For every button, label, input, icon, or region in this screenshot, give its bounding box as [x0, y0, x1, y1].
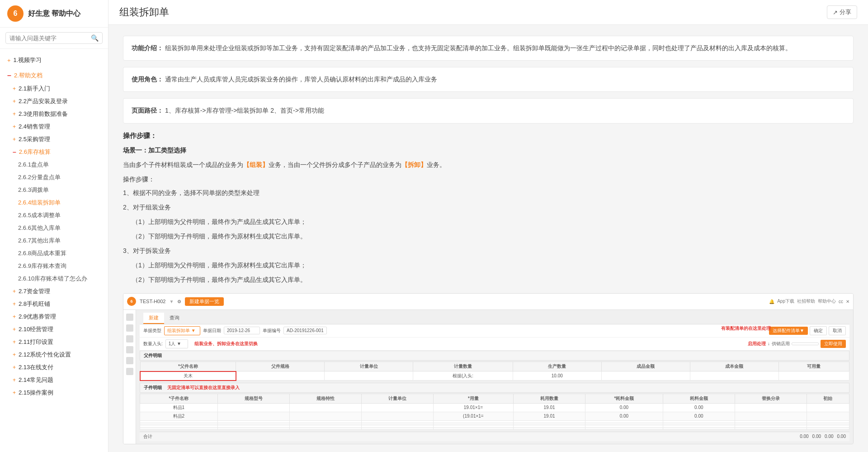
mock-icon-4	[126, 346, 133, 353]
scene1-title: 场景一：加工类型选择	[123, 147, 854, 155]
sidebar-item-video[interactable]: + 1.视频学习	[0, 53, 108, 67]
mock-app-bar: 6 TEST-H002 ▼ ⚙ 新建单据一览 🔔 App下载 社招帮助 帮助中心…	[123, 294, 853, 310]
func-intro-label: 功能介绍：	[132, 44, 163, 52]
sidebar-leaf-2-6-7[interactable]: 2.6.7其他出库单	[0, 234, 108, 247]
mock-th-cost: 成本金额	[690, 362, 778, 371]
share-button[interactable]: ↗ 分享	[827, 5, 857, 19]
sidebar-leaf-2-6-10[interactable]: 2.6.10库存账本错了怎么办	[0, 272, 108, 285]
collapse-icon-docs: –	[7, 71, 11, 80]
mock-th-prod: 生产数量	[513, 362, 601, 371]
mock-form-row-2: 数量入头: 1人 ▼ 组装业务、拆卸业务在这里切换 启用处理 ↓ 供销店用 立即…	[140, 338, 849, 351]
sidebar-item-ops[interactable]: + 2.10经营管理	[0, 323, 108, 336]
mock-lower-section: 子件明细 无固定清单可以直接在这里直接录入	[140, 383, 849, 393]
path-label: 页面路径：	[132, 107, 163, 114]
sidebar-item-newbie[interactable]: + 2.1新手入门	[0, 82, 108, 95]
expand-icon-custom: +	[13, 352, 16, 358]
role-block: 使用角色： 通常由生产人员或库管人员完成拆装业务的操作，库管人员确认原材料的出库…	[123, 67, 854, 92]
collapse-icon-inventory: –	[13, 148, 16, 156]
sidebar-item-cases[interactable]: + 2.15操作案例	[0, 386, 108, 399]
mock-date-field: 2019-12-26	[224, 327, 260, 334]
mock-upper-section: 父件明细	[140, 351, 849, 361]
sidebar-leaf-2-6-5[interactable]: 2.6.5成本调整单	[0, 209, 108, 222]
mock-icon-5	[126, 357, 133, 364]
share-icon: ↗	[833, 9, 838, 16]
sidebar-item-inventory[interactable]: – 2.6库存核算	[0, 146, 108, 158]
expand-icon-finance: +	[13, 288, 16, 295]
scene1-desc: 当由多个子件材料组装成一个成品的业务为【组装】业务，当由一个父件拆分成多个子产品…	[123, 158, 854, 171]
sidebar-leaf-2-6-8[interactable]: 2.6.8商品成本重算	[0, 247, 108, 260]
expand-icon-print: +	[13, 339, 16, 345]
sidebar-item-install[interactable]: + 2.2产品安装及登录	[0, 95, 108, 108]
sidebar-leaf-2-6-9[interactable]: 2.6.9库存账本查询	[0, 260, 108, 272]
sidebar-item-finance[interactable]: + 2.7资金管理	[0, 285, 108, 298]
mock-doc-type-field: 组装拆卸单 ▼	[164, 326, 200, 335]
mock-lower-row-6	[140, 427, 849, 429]
mock-apply-btn: 立即使用	[821, 340, 846, 348]
mock-docno-field: AD-20191226-001	[283, 327, 327, 334]
mock-tabs: 新建 查询	[140, 313, 849, 324]
search-icon[interactable]: 🔍	[91, 34, 99, 42]
mock-enable-field	[792, 343, 819, 345]
sidebar-leaf-2-6-4[interactable]: 2.6.4组装拆卸单	[0, 196, 108, 209]
path-block: 页面路径： 1、库存核算->库存管理->组装拆卸单 2、首页->常用功能	[123, 98, 854, 123]
mock-th-fin: 成品金额	[601, 362, 690, 371]
search-input[interactable]	[9, 35, 91, 42]
mock-lower-row-1: 料品1 19.01×1= 19.01 0.00 0.00	[140, 403, 849, 412]
sidebar-leaf-2-6-6[interactable]: 2.6.6其他入库单	[0, 222, 108, 234]
expand-icon-install: +	[13, 98, 16, 105]
sidebar-leaf-2-6-1[interactable]: 2.6.1盘点单	[0, 158, 108, 171]
mock-th-avail: 可用量	[778, 362, 849, 371]
sidebar-leaf-2-6-3[interactable]: 2.6.3调拨单	[0, 184, 108, 196]
mock-action-btns: 选择配件清单▼ 确定 取消	[769, 326, 846, 335]
mock-upper-row-1: 关木 根据(入头: 10.00	[140, 371, 849, 381]
mock-enable-label: 供销店用	[772, 341, 790, 347]
mock-qty-label: 数量入头:	[143, 341, 163, 347]
sidebar-item-data[interactable]: + 2.3使用前数据准备	[0, 108, 108, 120]
mock-icon-1	[126, 314, 133, 321]
mock-date-label: 单据日期	[203, 328, 221, 334]
mock-tab-new: 新建	[143, 313, 164, 324]
screenshot-container: 6 TEST-H002 ▼ ⚙ 新建单据一览 🔔 App下载 社招帮助 帮助中心…	[123, 293, 854, 444]
role-label: 使用角色：	[132, 76, 163, 83]
expand-icon-purchase: +	[13, 136, 16, 143]
mock-th-unit: 计量单位	[325, 362, 413, 371]
app-name: 好生意 帮助中心	[28, 9, 80, 19]
mock-inner-content: 新建 查询 单据类型 组装拆卸单 ▼ 单据日期 2019-12-26 单据编号 …	[136, 310, 853, 444]
role-text: 通常由生产人员或库管人员完成拆装业务的操作，库管人员确认原材料的出库和产成品的入…	[165, 76, 437, 83]
mock-enable-area: 启用处理 ↓ 供销店用 立即使用	[748, 340, 846, 348]
mock-icon-6	[126, 368, 133, 375]
mock-screenshot: 6 TEST-H002 ▼ ⚙ 新建单据一览 🔔 App下载 社招帮助 帮助中心…	[123, 294, 853, 444]
expand-icon-faq: +	[13, 377, 16, 383]
sidebar-item-print[interactable]: + 2.11打印设置	[0, 336, 108, 348]
mock-gear: ⚙	[177, 299, 181, 304]
sidebar-item-docs[interactable]: – 2.帮助文档	[0, 69, 108, 82]
sidebar-item-custom[interactable]: + 2.12系统个性化设置	[0, 348, 108, 361]
mock-lower-table: *子件名称 规格型号 规格特性 计量单位 *用量 耗用数量 *耗料金额 耗料金额	[140, 394, 849, 430]
path-text: 1、库存核算->库存管理->组装拆卸单 2、首页->常用功能	[165, 107, 324, 114]
top-bar: 组装拆卸单 ↗ 分享	[108, 0, 868, 25]
mock-new-btn: 新建单据一览	[185, 297, 224, 306]
mock-annotation-processing: 有装配清单的在这里处理 →	[721, 325, 777, 332]
mock-app-body: 新建 查询 单据类型 组装拆卸单 ▼ 单据日期 2019-12-26 单据编号 …	[123, 310, 853, 444]
annotation-type-switch: 组装业务、拆卸业务在这里切换	[194, 341, 258, 347]
sidebar-nav: + 1.视频学习 – 2.帮助文档 + 2.1新手入门 + 2.2产品安装及登录	[0, 49, 108, 452]
sidebar-item-mobile[interactable]: + 2.8手机旺铺	[0, 298, 108, 310]
func-intro-block: 功能介绍： 组装拆卸单用来处理企业组装或拆卸等加工业务，支持有固定装配清单的产品…	[123, 36, 854, 61]
sidebar-item-sales[interactable]: + 2.4销售管理	[0, 120, 108, 133]
expand-icon-newbie: +	[13, 86, 16, 92]
sidebar-item-payment[interactable]: + 2.13在线支付	[0, 361, 108, 374]
mock-doc-type-label: 单据类型	[143, 328, 161, 334]
sidebar-item-faq[interactable]: + 2.14常见问题	[0, 374, 108, 386]
mock-icon-2	[126, 324, 133, 332]
sidebar-leaf-2-6-2[interactable]: 2.6.2分量盘点单	[0, 171, 108, 184]
search-bar: 🔍	[0, 28, 108, 49]
expand-icon-coupon: +	[13, 314, 16, 320]
sidebar-item-coupon[interactable]: + 2.9优惠券管理	[0, 310, 108, 323]
expand-icon-cases: +	[13, 390, 16, 396]
mock-logo: 6	[127, 297, 136, 306]
app-logo: 6	[7, 5, 24, 22]
expand-icon-mobile: +	[13, 301, 16, 307]
mock-bottom-row: 合计 0.00 0.00 0.00 0.00	[140, 432, 849, 441]
main-area: 组装拆卸单 ↗ 分享 功能介绍： 组装拆卸单用来处理企业组装或拆卸等加工业务，支…	[108, 0, 868, 452]
sidebar-item-purchase[interactable]: + 2.5采购管理	[0, 133, 108, 146]
